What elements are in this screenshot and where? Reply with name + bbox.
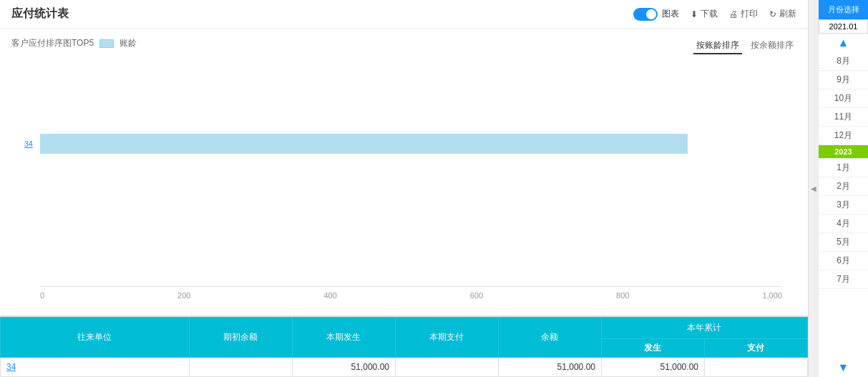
sidebar-month-item-may[interactable]: 5月 xyxy=(819,233,868,252)
sidebar-month-item-oct[interactable]: 10月 xyxy=(819,89,868,108)
sidebar-month-item-sep[interactable]: 9月 xyxy=(819,71,868,89)
x-label-3: 600 xyxy=(470,291,483,300)
header-actions: 图表 ⬇ 下载 🖨 打印 ↻ 刷新 xyxy=(633,8,796,21)
cell-unit-0[interactable]: 34 xyxy=(1,358,190,377)
cell-current-pay-0 xyxy=(395,358,498,377)
cell-ytd-occur-0: 51,000.00 xyxy=(601,358,704,377)
sidebar-month-list: 8月9月10月11月12月20231月2月3月4月5月6月7月 xyxy=(819,52,868,358)
chart-legend-title: 客户应付排序图TOP5 xyxy=(11,37,94,49)
chart-sort-buttons: 按账龄排序 按余额排序 xyxy=(693,38,796,54)
cell-opening-0 xyxy=(189,358,292,377)
print-label: 打印 xyxy=(741,8,758,20)
data-table: 往来单位 期初余额 本期发生 本期支付 余额 本年累计 发生 支付 34 xyxy=(0,317,808,377)
col-ytd-pay-header: 支付 xyxy=(704,339,807,358)
bar-chart: 34 856天 0 200 400 600 800 1,000 xyxy=(11,58,796,307)
print-button[interactable]: 🖨 打印 xyxy=(729,8,758,20)
sort-by-balance-button[interactable]: 按账龄排序 xyxy=(693,38,742,54)
table-header-row: 往来单位 期初余额 本期发生 本期支付 余额 本年累计 xyxy=(1,318,808,339)
download-icon: ⬇ xyxy=(691,9,698,19)
col-unit-header: 往来单位 xyxy=(1,318,190,358)
chart-bars-container: 34 856天 xyxy=(11,79,796,278)
refresh-label: 刷新 xyxy=(779,8,796,20)
x-axis-labels: 0 200 400 600 800 1,000 xyxy=(40,291,782,300)
sidebar-header: 月份选择 xyxy=(819,0,868,19)
x-label-0: 0 xyxy=(40,291,44,300)
sidebar-down-button[interactable]: ▼ xyxy=(819,358,868,377)
sidebar-month-item-jul[interactable]: 7月 xyxy=(819,270,868,289)
chart-toggle[interactable]: 图表 xyxy=(633,8,679,21)
cell-balance-0: 51,000.00 xyxy=(498,358,601,377)
chart-bar-row-0: 34 856天 xyxy=(11,122,796,165)
x-label-1: 200 xyxy=(177,291,190,300)
sidebar-month-item-jun[interactable]: 6月 xyxy=(819,252,868,270)
refresh-icon: ↻ xyxy=(769,9,776,19)
x-axis-line xyxy=(40,286,782,287)
col-ytd-occur-header: 发生 xyxy=(601,339,704,358)
sidebar-month-item-jan[interactable]: 1月 xyxy=(819,159,868,177)
bar-track-0: 856天 xyxy=(40,134,796,154)
sidebar-up-button[interactable]: ▲ xyxy=(819,34,868,52)
col-balance-header: 余额 xyxy=(498,318,601,358)
toggle-label: 图表 xyxy=(662,8,679,20)
x-label-5: 1,000 xyxy=(762,291,782,300)
chart-legend-box-label: 账龄 xyxy=(120,37,137,49)
page-title: 应付统计表 xyxy=(11,6,69,21)
sidebar-month-item-aug[interactable]: 8月 xyxy=(819,52,868,71)
cell-current-occur-0: 51,000.00 xyxy=(292,358,395,377)
toggle-thumb xyxy=(646,9,656,19)
sidebar-date-input[interactable] xyxy=(819,19,868,34)
download-label: 下载 xyxy=(701,8,718,20)
table-row: 34 51,000.00 51,000.00 51,000.00 xyxy=(1,358,808,377)
sort-by-amount-button[interactable]: 按余额排序 xyxy=(748,38,796,54)
print-icon: 🖨 xyxy=(729,9,738,19)
sidebar-month-item-year2023[interactable]: 2023 xyxy=(819,145,868,159)
chevron-down-icon: ▼ xyxy=(838,361,849,373)
chevron-up-icon: ▲ xyxy=(838,36,849,49)
sidebar-month-item-nov[interactable]: 11月 xyxy=(819,108,868,127)
sidebar-month-item-feb[interactable]: 2月 xyxy=(819,177,868,196)
chart-legend: 客户应付排序图TOP5 账龄 xyxy=(11,37,137,49)
bar-fill-0 xyxy=(40,134,688,154)
col-current-occur-header: 本期发生 xyxy=(292,318,395,358)
sidebar: 月份选择 ▲ 8月9月10月11月12月20231月2月3月4月5月6月7月 ▼ xyxy=(818,0,868,377)
sidebar-month-item-mar[interactable]: 3月 xyxy=(819,196,868,215)
sidebar-collapse-divider[interactable]: ◀ xyxy=(808,0,818,377)
chart-legend-row: 客户应付排序图TOP5 账龄 按账龄排序 按余额排序 xyxy=(11,37,796,55)
table-section: 往来单位 期初余额 本期发生 本期支付 余额 本年累计 发生 支付 34 xyxy=(0,315,808,377)
x-label-4: 800 xyxy=(616,291,629,300)
col-current-pay-header: 本期支付 xyxy=(395,318,498,358)
cell-ytd-pay-0 xyxy=(704,358,807,377)
x-label-2: 400 xyxy=(323,291,336,300)
page-header: 应付统计表 图表 ⬇ 下载 🖨 打印 ↻ 刷新 xyxy=(0,0,808,29)
col-opening-header: 期初余额 xyxy=(189,318,292,358)
refresh-button[interactable]: ↻ 刷新 xyxy=(769,8,796,20)
toggle-track[interactable] xyxy=(633,8,658,21)
col-ytd-header: 本年累计 xyxy=(601,318,807,339)
sidebar-month-item-dec[interactable]: 12月 xyxy=(819,127,868,145)
download-button[interactable]: ⬇ 下载 xyxy=(691,8,718,20)
sidebar-month-item-apr[interactable]: 4月 xyxy=(819,215,868,233)
chart-section: 客户应付排序图TOP5 账龄 按账龄排序 按余额排序 34 856天 xyxy=(0,29,808,315)
legend-box xyxy=(99,39,114,48)
bar-id-label-0[interactable]: 34 xyxy=(11,139,33,148)
